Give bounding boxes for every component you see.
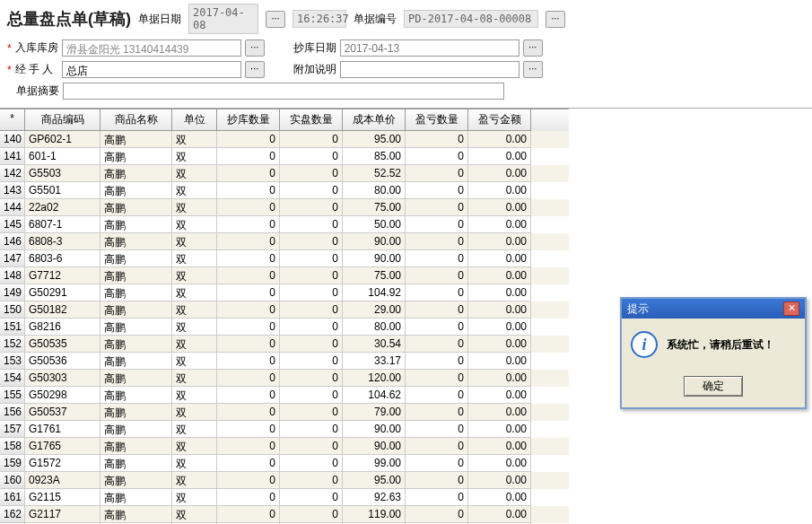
col-name[interactable]: 商品名称 (100, 109, 172, 131)
cell-cost[interactable]: 104.62 (343, 387, 406, 404)
cell-pl-qty[interactable]: 0 (406, 165, 468, 182)
cell-check-qty[interactable]: 0 (217, 421, 280, 438)
cell-pl-amt[interactable]: 0.00 (468, 199, 531, 216)
table-row[interactable]: 142G5503高鹏双0052.5200.00 (0, 165, 569, 182)
cell-name[interactable]: 高鹏 (100, 233, 172, 250)
cell-cost[interactable]: 29.00 (343, 301, 406, 319)
cell-check-qty[interactable]: 0 (217, 472, 280, 489)
cell-check-qty[interactable]: 0 (217, 319, 280, 336)
cell-pl-amt[interactable]: 0.00 (468, 421, 531, 438)
cell-name[interactable]: 高鹏 (100, 267, 172, 284)
cell-cost[interactable]: 50.00 (343, 216, 406, 233)
cell-unit[interactable]: 双 (172, 319, 217, 336)
cell-cost[interactable]: 104.92 (343, 284, 406, 301)
cell-code[interactable]: GP602-1 (25, 131, 100, 148)
cell-actual-qty[interactable]: 0 (280, 387, 343, 404)
cell-actual-qty[interactable]: 0 (280, 131, 343, 148)
cell-cost[interactable]: 92.63 (343, 489, 406, 506)
cell-pl-qty[interactable]: 0 (406, 131, 468, 148)
cell-check-qty[interactable]: 0 (217, 506, 280, 523)
cell-pl-amt[interactable]: 0.00 (468, 506, 531, 523)
cell-code[interactable]: 0923A (25, 472, 100, 489)
cell-code[interactable]: G1761 (25, 421, 100, 438)
cell-code[interactable]: G50298 (25, 387, 100, 404)
cell-code[interactable]: G5503 (25, 165, 100, 182)
cell-unit[interactable]: 双 (172, 387, 217, 404)
cell-code[interactable]: G50303 (25, 370, 100, 387)
table-row[interactable]: 156G50537高鹏双0079.0000.00 (0, 404, 569, 421)
cell-name[interactable]: 高鹏 (100, 455, 172, 472)
cell-actual-qty[interactable]: 0 (280, 250, 343, 267)
cell-pl-qty[interactable]: 0 (406, 267, 468, 284)
cell-pl-qty[interactable]: 0 (406, 404, 468, 421)
cell-pl-qty[interactable]: 0 (406, 301, 468, 319)
cell-pl-amt[interactable]: 0.00 (468, 233, 531, 250)
cell-name[interactable]: 高鹏 (100, 284, 172, 301)
cell-pl-qty[interactable]: 0 (406, 489, 468, 506)
cell-code[interactable]: G50537 (25, 404, 100, 421)
cell-pl-qty[interactable]: 0 (406, 387, 468, 404)
dialog-titlebar[interactable]: 提示 ✕ (622, 299, 805, 319)
col-cost[interactable]: 成本单价 (343, 109, 406, 131)
table-row[interactable]: 1466808-3高鹏双0090.0000.00 (0, 233, 569, 250)
col-unit[interactable]: 单位 (172, 109, 217, 131)
cell-cost[interactable]: 95.00 (343, 472, 406, 489)
table-row[interactable]: 1476803-6高鹏双0090.0000.00 (0, 250, 569, 267)
doc-no-picker-button[interactable]: ··· (546, 11, 565, 28)
table-row[interactable]: 149G50291高鹏双00104.9200.00 (0, 284, 569, 301)
cell-cost[interactable]: 33.17 (343, 353, 406, 370)
cell-name[interactable]: 高鹏 (100, 506, 172, 523)
cell-cost[interactable]: 80.00 (343, 182, 406, 199)
cell-pl-qty[interactable]: 0 (406, 216, 468, 233)
cell-code[interactable]: G1765 (25, 438, 100, 455)
cell-cost[interactable]: 85.00 (343, 148, 406, 165)
cell-unit[interactable]: 双 (172, 148, 217, 165)
cell-name[interactable]: 高鹏 (100, 421, 172, 438)
table-row[interactable]: 1600923A高鹏双0095.0000.00 (0, 472, 569, 489)
cell-pl-qty[interactable]: 0 (406, 284, 468, 301)
cell-pl-amt[interactable]: 0.00 (468, 438, 531, 455)
cell-pl-amt[interactable]: 0.00 (468, 284, 531, 301)
table-row[interactable]: 159G1572高鹏双0099.0000.00 (0, 455, 569, 472)
cell-unit[interactable]: 双 (172, 472, 217, 489)
note-field[interactable] (340, 61, 520, 78)
cell-code[interactable]: 6808-3 (25, 233, 100, 250)
table-row[interactable]: 140GP602-1高鹏双0095.0000.00 (0, 131, 569, 148)
cell-unit[interactable]: 双 (172, 353, 217, 370)
cell-pl-amt[interactable]: 0.00 (468, 148, 531, 165)
cell-pl-amt[interactable]: 0.00 (468, 301, 531, 319)
cell-cost[interactable]: 120.00 (343, 370, 406, 387)
doc-date-field[interactable]: 2017-04-08 (188, 4, 258, 34)
cell-code[interactable]: G7712 (25, 267, 100, 284)
cell-cost[interactable]: 79.00 (343, 404, 406, 421)
col-rownum[interactable]: * (0, 109, 25, 131)
cell-pl-amt[interactable]: 0.00 (468, 250, 531, 267)
cell-unit[interactable]: 双 (172, 489, 217, 506)
cell-unit[interactable]: 双 (172, 284, 217, 301)
cell-code[interactable]: G2117 (25, 506, 100, 523)
cell-check-qty[interactable]: 0 (217, 216, 280, 233)
doc-time-field[interactable]: 16:26:37 (292, 10, 346, 28)
cell-pl-amt[interactable]: 0.00 (468, 131, 531, 148)
cell-name[interactable]: 高鹏 (100, 199, 172, 216)
cell-check-qty[interactable]: 0 (217, 370, 280, 387)
cell-actual-qty[interactable]: 0 (280, 199, 343, 216)
table-row[interactable]: 150G50182高鹏双0029.0000.00 (0, 301, 569, 319)
cell-actual-qty[interactable]: 0 (280, 370, 343, 387)
cell-check-qty[interactable]: 0 (217, 199, 280, 216)
cell-pl-qty[interactable]: 0 (406, 148, 468, 165)
cell-code[interactable]: G5501 (25, 182, 100, 199)
cell-actual-qty[interactable]: 0 (280, 438, 343, 455)
cell-unit[interactable]: 双 (172, 131, 217, 148)
cell-check-qty[interactable]: 0 (217, 131, 280, 148)
cell-cost[interactable]: 99.00 (343, 455, 406, 472)
cell-code[interactable]: 6807-1 (25, 216, 100, 233)
cell-cost[interactable]: 52.52 (343, 165, 406, 182)
cell-actual-qty[interactable]: 0 (280, 506, 343, 523)
cell-name[interactable]: 高鹏 (100, 336, 172, 353)
cell-check-qty[interactable]: 0 (217, 489, 280, 506)
warehouse-field[interactable]: 滑县金阳光 13140414439 (62, 39, 241, 57)
handler-field[interactable]: 总店 (62, 61, 241, 78)
cell-actual-qty[interactable]: 0 (280, 165, 343, 182)
cell-cost[interactable]: 90.00 (343, 421, 406, 438)
